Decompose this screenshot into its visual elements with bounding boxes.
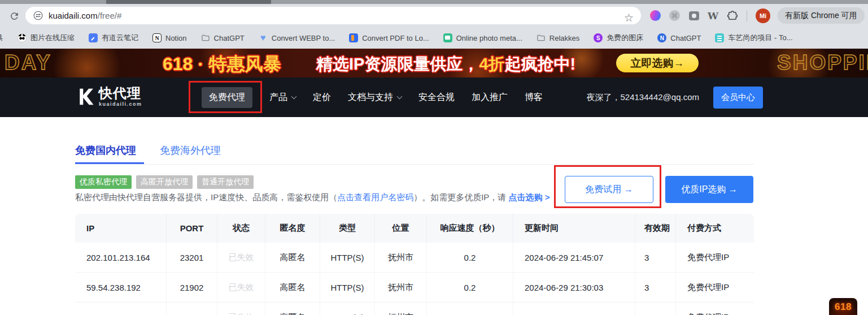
nav-item-compliance[interactable]: 安全合规 [418, 92, 455, 103]
header-validity: 有效期 [635, 214, 676, 243]
view-credentials-link[interactable]: 点击查看用户名密码 [337, 192, 413, 202]
bookmark-folder-relakkes[interactable]: Relakkes [536, 33, 579, 42]
panda-icon [18, 33, 27, 42]
extensions-puzzle-icon[interactable] [726, 10, 738, 21]
bookmark-folder-chatgpt[interactable]: ChatGPT [201, 33, 245, 42]
buy-now-link[interactable]: 点击选购 > [509, 192, 550, 202]
cell-port: 23201 [167, 243, 217, 272]
bookmark-convert-webp[interactable]: ♥Convert WEBP to... [259, 33, 335, 42]
cell-status: 已失效 [217, 243, 265, 272]
screenshot-extension-icon[interactable] [688, 10, 700, 21]
chevron-down-icon [291, 93, 297, 99]
cell-port: 21902 [167, 273, 217, 302]
proxy-tabs: 免费国内代理 免费海外代理 [75, 144, 221, 157]
chrome-update-chip[interactable]: 有新版 Chrome 可用 [778, 7, 865, 24]
cell-payment: 免费代理IP [676, 243, 753, 272]
banner-subtitle: 精选IP资源限量供应，4折起疯抢中! [316, 53, 575, 76]
reload-button[interactable] [7, 9, 21, 23]
logo-text: 快代理 [99, 87, 142, 100]
premium-ip-button[interactable]: 优质IP选购 → [665, 176, 753, 203]
member-center-button[interactable]: 会员中心 [713, 87, 763, 109]
bookmark-star-icon[interactable]: ☆ [624, 9, 634, 27]
promo-banner[interactable]: DAY 618 · 特惠风暴 精选IP资源限量供应，4折起疯抢中! 立即选购→ … [0, 49, 868, 77]
youdao-pen-icon [89, 33, 98, 42]
site-settings-icon[interactable] [33, 11, 43, 20]
wikipedia-extension-icon[interactable]: W [707, 10, 719, 21]
header-location: 位置 [375, 214, 427, 243]
cell-anonymity: 高匿名 [265, 243, 320, 272]
cell-status: 已失效 [217, 273, 265, 302]
header-anonymity: 匿名度 [265, 214, 320, 243]
n-circle-icon: N [657, 33, 666, 42]
bookmark-notion[interactable]: NNotion [152, 33, 187, 42]
cell-payment: 免费代理IP [676, 303, 753, 315]
banner-title: 618 · 特惠风暴 [163, 52, 281, 77]
proxy-table: IP PORT 状态 匿名度 类型 位置 响应速度（秒） 更新时间 有效期 付费… [75, 214, 754, 315]
free-trial-button[interactable]: 免费试用 → [565, 176, 653, 203]
nav-item-blog[interactable]: 博客 [525, 92, 543, 103]
bookmark-chatgpt[interactable]: NChatGPT [657, 33, 701, 42]
url-host: kuaidaili.com [49, 11, 98, 20]
s-circle-icon: S [594, 33, 603, 42]
browser-toolbar: kuaidaili.com/free/# ☆ ⌘ W Mi 有新版 Chrome… [0, 4, 868, 27]
banner-marquee-right: SHOPPIN [777, 51, 868, 75]
bookmark-photo-meta[interactable]: Online photo meta... [443, 33, 522, 42]
nav-item-affiliate[interactable]: 加入推广 [472, 92, 508, 103]
address-bar[interactable]: kuaidaili.com/free/# ☆ [25, 7, 641, 24]
url-path: /free/# [98, 11, 122, 20]
profile-avatar[interactable]: Mi [756, 8, 770, 23]
header-payment: 付费方式 [676, 214, 753, 243]
logo-k-icon [75, 87, 95, 107]
table-row: 59.54.238.192 21902 已失效 高匿名 HTTP(S) 抚州市 … [75, 273, 754, 303]
header-ip: IP [75, 214, 167, 243]
bookmark-cheyishang[interactable]: 车艺尚的项目 - To... [715, 33, 792, 43]
cell-speed: 0.3 [427, 303, 513, 315]
bookmark-tools[interactable]: 具 [0, 33, 3, 43]
header-speed: 响应速度（秒） [427, 214, 513, 243]
header-type: 类型 [320, 214, 375, 243]
cell-validity: 3 [635, 243, 676, 272]
banner-cta-button[interactable]: 立即选购→ [616, 54, 699, 72]
table-row: 120.42.121.86 21027 已失效 高匿名 HTTP(S) 福州市 … [75, 303, 754, 315]
tab-domestic-free[interactable]: 免费国内代理 [75, 144, 136, 157]
nav-item-docs[interactable]: 文档与支持 [348, 92, 402, 103]
cell-type: HTTP(S) [320, 273, 375, 302]
kuaidaili-logo[interactable]: 快代理 kuaidaili.com [75, 87, 142, 107]
extensions-row: ⌘ W Mi 有新版 Chrome 可用 ⋮ [649, 4, 868, 27]
active-tab-edge [106, 0, 271, 4]
proxy-description: 私密代理由快代理自营服务器提供，IP速度快、品质高，需鉴权使用（点击查看用户名密… [75, 192, 549, 203]
nav-item-products[interactable]: 产品 [269, 92, 296, 103]
banner-highlight: 4折 [479, 55, 504, 73]
cell-speed: 0.2 [427, 273, 513, 302]
tab-overseas-free[interactable]: 免费海外代理 [160, 144, 221, 157]
tag-premium-private[interactable]: 优质私密代理 [75, 175, 132, 189]
header-port: PORT [167, 214, 217, 243]
folder-icon [201, 33, 210, 42]
cell-location: 福州市 [375, 303, 427, 315]
nav-item-free-proxy[interactable]: 免费代理 [202, 87, 252, 108]
chevron-down-icon [397, 93, 403, 99]
bookmark-image-compress[interactable]: 图片在线压缩 [18, 33, 75, 43]
cell-ip: 202.101.213.164 [75, 243, 167, 272]
user-greeting: 夜深了，524134442@qq.com [587, 77, 700, 117]
cell-updated: 2024-06-29 21:45:07 [513, 243, 635, 272]
notion-icon: N [152, 33, 162, 42]
command-extension-icon[interactable]: ⌘ [669, 10, 681, 21]
tag-high-anon-open[interactable]: 高匿开放代理 [136, 175, 193, 189]
cell-updated: 2024-06-29 21:15:02 [513, 303, 635, 315]
bookmark-image-host[interactable]: S免费的图床 [594, 33, 643, 43]
pdf-converter-icon [349, 33, 358, 42]
cell-validity: 3 [635, 273, 676, 302]
banner-marquee-left: DAY [5, 51, 52, 75]
tag-normal-open[interactable]: 普通开放代理 [197, 175, 254, 189]
proxy-type-tags: 优质私密代理 高匿开放代理 普通开放代理 [75, 175, 254, 189]
bookmark-convert-pdf[interactable]: Convert PDF to Lo... [349, 33, 429, 42]
float-618-badge[interactable]: 618 [829, 298, 857, 315]
cell-anonymity: 高匿名 [265, 273, 320, 302]
cell-anonymity: 高匿名 [265, 303, 320, 315]
bookmark-youdao[interactable]: 有道云笔记 [89, 33, 138, 43]
nav-item-pricing[interactable]: 定价 [313, 92, 331, 103]
brain-extension-icon[interactable] [649, 10, 661, 21]
cell-port: 21027 [167, 303, 217, 315]
table-header-row: IP PORT 状态 匿名度 类型 位置 响应速度（秒） 更新时间 有效期 付费… [75, 214, 754, 243]
